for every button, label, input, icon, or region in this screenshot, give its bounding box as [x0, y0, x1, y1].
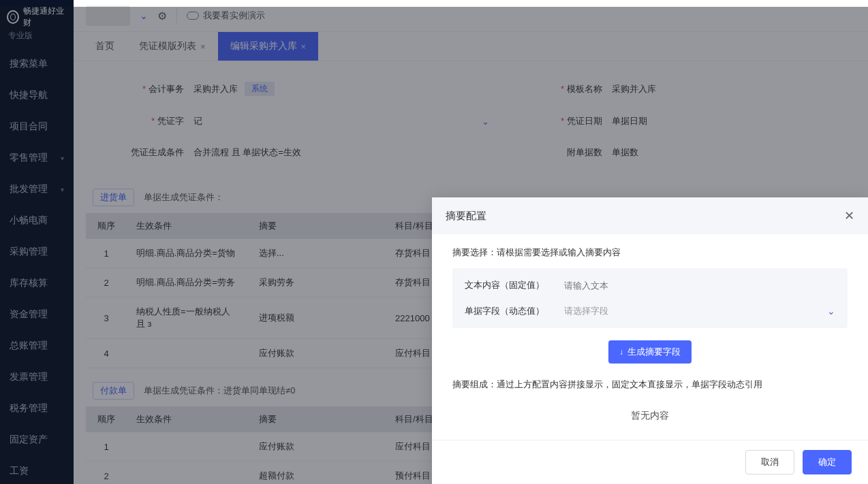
- generate-summary-button[interactable]: ↓ 生成摘要字段: [608, 340, 692, 364]
- modal-body: 摘要选择：请根据需要选择或输入摘要内容 文本内容（固定值） 单据字段（动态值） …: [432, 234, 868, 440]
- modal-title: 摘要配置: [446, 210, 486, 223]
- modal-header: 摘要配置 ✕: [432, 197, 868, 234]
- app-root: 畅捷通好业财 专业版 搜索菜单快捷导航项目合同零售管理▾批发管理▾小畅电商采购管…: [0, 0, 868, 484]
- inputs-box: 文本内容（固定值） 单据字段（动态值） 请选择字段 ⌄: [452, 268, 848, 328]
- empty-state: 暂无内容: [452, 391, 848, 429]
- field-select-placeholder: 请选择字段: [564, 305, 823, 317]
- field-select-row[interactable]: 单据字段（动态值） 请选择字段 ⌄: [452, 298, 848, 324]
- select-help: 摘要选择：请根据需要选择或输入摘要内容: [452, 246, 848, 259]
- text-content-input[interactable]: [564, 280, 835, 291]
- chevron-down-icon: ⌄: [827, 306, 835, 317]
- modal-footer: 取消 确定: [432, 440, 868, 484]
- text-content-row: 文本内容（固定值）: [452, 272, 848, 298]
- cancel-button[interactable]: 取消: [745, 450, 794, 474]
- download-icon: ↓: [619, 347, 623, 357]
- summary-config-modal: 摘要配置 ✕ 摘要选择：请根据需要选择或输入摘要内容 文本内容（固定值） 单据字…: [432, 197, 868, 484]
- confirm-button[interactable]: 确定: [803, 450, 852, 474]
- compose-help: 摘要组成：通过上方配置内容拼接显示，固定文本直接显示，单据字段动态引用: [452, 378, 848, 391]
- close-icon[interactable]: ✕: [844, 208, 854, 223]
